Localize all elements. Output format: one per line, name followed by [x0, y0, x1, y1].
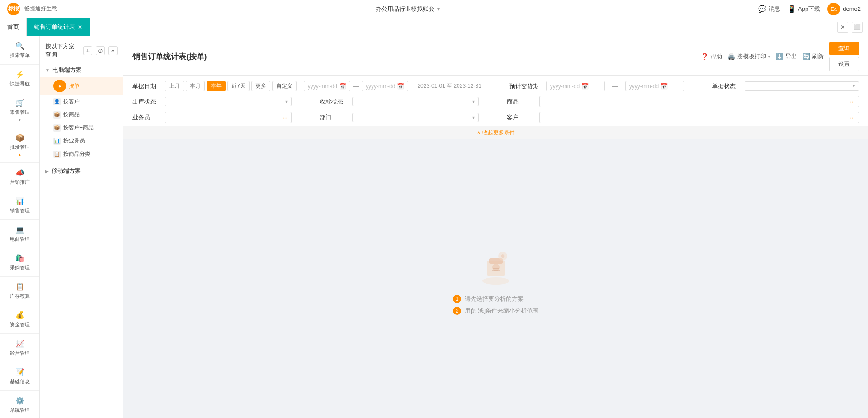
delivery-status-select[interactable]: ▾	[165, 97, 292, 106]
sidebar-label-basic-info: 基础信息	[10, 378, 30, 385]
print-icon: 🖨️	[727, 53, 735, 60]
settings-button[interactable]: 设置	[829, 57, 859, 71]
goods-input[interactable]: ···	[539, 96, 859, 107]
topbar-left: 标报 畅捷通好生意	[7, 3, 57, 15]
search-area: 单据日期 上月 本月 本年 近7天 更多 自定义 yyyy-mm-dd 📅	[123, 76, 868, 126]
sidebar-item-quick-nav[interactable]: ⚡ 快捷导航	[0, 65, 39, 93]
avatar: Ea	[827, 3, 840, 15]
search-button[interactable]: 查询	[829, 42, 859, 55]
app-name: 畅捷通好生意	[24, 5, 57, 13]
tab-close-icon[interactable]: ✕	[78, 24, 82, 30]
date-btn-this-year[interactable]: 本年	[207, 81, 226, 91]
calendar-delivery-to-icon: 📅	[660, 83, 668, 90]
scheme-by-salesperson[interactable]: 📊 按业务员	[40, 134, 123, 147]
expected-delivery-from[interactable]: yyyy-mm-dd 📅	[546, 81, 605, 91]
panel-settings-button[interactable]: ⊙	[96, 46, 105, 55]
page-title: 销售订单统计表(按单)	[132, 52, 207, 62]
logo-icon: 标报	[7, 3, 20, 15]
collection-status-select[interactable]: ▾	[352, 97, 479, 106]
app-download-button[interactable]: 📱 App下载	[788, 5, 820, 13]
pc-schemes-header[interactable]: ▼ 电脑端方案	[40, 63, 123, 77]
doc-status-select[interactable]: ▾	[745, 81, 859, 91]
sidebar-label-marketing: 营销推广	[10, 179, 30, 185]
message-icon: 💬	[758, 5, 767, 13]
tab-home[interactable]: 首页	[0, 18, 27, 36]
scheme-by-product-category[interactable]: 📋 按商品分类	[40, 147, 123, 161]
template-print-button[interactable]: 🖨️ 按模板打印 ▾	[727, 52, 770, 61]
date-btn-more[interactable]: 更多	[251, 81, 270, 91]
user-profile[interactable]: Ea demo2	[827, 3, 861, 15]
scheme-by-product[interactable]: 📦 按商品	[40, 108, 123, 121]
workspace-selector[interactable]: 办公用品行业模拟账套 ▾	[66, 5, 749, 13]
sidebar-item-finance[interactable]: 💰 资金管理	[0, 305, 39, 334]
by-customer-icon: 👤	[53, 98, 61, 105]
refresh-button[interactable]: 🔄 刷新	[802, 52, 824, 61]
quick-nav-icon: ⚡	[15, 70, 24, 79]
sidebar-item-wholesale-mgmt[interactable]: 📦 批发管理 ▲	[0, 128, 39, 163]
department-select[interactable]: ▾	[352, 113, 479, 122]
expected-delivery-to[interactable]: yyyy-mm-dd 📅	[625, 81, 684, 91]
export-button[interactable]: ⬇️ 导出	[776, 52, 797, 61]
mobile-section-arrow: ▶	[45, 169, 49, 174]
pc-section-arrow: ▼	[45, 68, 50, 73]
scheme-by-customer-product[interactable]: 📦 按客户+商品	[40, 121, 123, 134]
calendar-from-icon: 📅	[339, 83, 346, 90]
date-btn-this-month[interactable]: 本月	[186, 81, 205, 91]
scheme-by-order[interactable]: ● 按单	[40, 77, 123, 95]
collapse-icon: «	[111, 47, 115, 54]
sidebar-item-inventory[interactable]: 📋 库存核算	[0, 277, 39, 305]
refresh-icon: 🔄	[802, 53, 810, 60]
hint-text-2: 用[过滤]条件来缩小分析范围	[465, 307, 538, 315]
date-btn-custom[interactable]: 自定义	[272, 81, 297, 91]
department-label: 部门	[320, 114, 345, 122]
department-arrow: ▾	[472, 115, 475, 120]
template-print-arrow: ▾	[768, 54, 770, 59]
tab-maximize-button[interactable]: ⬜	[852, 22, 863, 33]
filter-row-1: 单据日期 上月 本月 本年 近7天 更多 自定义 yyyy-mm-dd 📅	[132, 81, 859, 91]
sidebar-item-search-menu[interactable]: 🔍 搜索菜单	[0, 36, 39, 65]
delivery-status-label: 出库状态	[132, 98, 158, 106]
panel-add-button[interactable]: +	[83, 46, 92, 55]
sidebar-item-marketing[interactable]: 📣 营销推广	[0, 163, 39, 191]
collection-status-arrow: ▾	[472, 99, 475, 104]
salesperson-input[interactable]: ···	[165, 112, 292, 123]
date-btn-last-7days[interactable]: 近7天	[227, 81, 250, 91]
main-layout: 🔍 搜索菜单 ⚡ 快捷导航 🛒 零售管理 ▼ 📦 批发管理 ▲ 📣 营销推广 📊…	[0, 36, 868, 418]
collapse-filter-button[interactable]: ∧ 收起更多条件	[123, 126, 868, 139]
customer-input[interactable]: ···	[539, 112, 859, 123]
hint-num-2: 2	[453, 307, 461, 315]
sidebar-item-basic-info[interactable]: 📝 基础信息	[0, 362, 39, 391]
scheme-by-customer[interactable]: 👤 按客户	[40, 95, 123, 108]
date-to-input[interactable]: yyyy-mm-dd 📅	[362, 81, 408, 91]
help-button[interactable]: ❓ 帮助	[701, 52, 722, 61]
mobile-schemes-header[interactable]: ▶ 移动端方案	[40, 164, 123, 178]
page-header: 销售订单统计表(按单) ❓ 帮助 🖨️ 按模板打印 ▾ ⬇️ 导出	[123, 36, 868, 76]
tab-close-all-button[interactable]: ✕	[837, 22, 848, 33]
sidebar-item-retail-mgmt[interactable]: 🛒 零售管理 ▼	[0, 93, 39, 128]
inventory-icon: 📋	[15, 282, 24, 291]
customer-dots-icon[interactable]: ···	[850, 114, 855, 121]
goods-dots-icon[interactable]: ···	[850, 98, 855, 105]
tab-sales-stat[interactable]: 销售订单统计表 ✕	[27, 18, 90, 36]
doc-status-label: 单据状态	[712, 82, 737, 90]
download-icon: 📱	[788, 5, 796, 13]
filter-row-2: 出库状态 ▾ 收款状态 ▾ 商品 ···	[132, 96, 859, 107]
date-from-input[interactable]: yyyy-mm-dd 📅	[304, 81, 350, 91]
goods-label: 商品	[507, 98, 532, 106]
main-panel: 销售订单统计表(按单) ❓ 帮助 🖨️ 按模板打印 ▾ ⬇️ 导出	[123, 36, 868, 418]
sidebar-item-system[interactable]: ⚙️ 系统管理	[0, 391, 39, 418]
sidebar-item-operations[interactable]: 📈 经营管理	[0, 334, 39, 362]
filter-row-3: 业务员 ··· 部门 ▾ 客户 ···	[132, 112, 859, 123]
sidebar-item-ecommerce[interactable]: 💻 电商管理	[0, 220, 39, 248]
salesperson-dots-icon[interactable]: ···	[283, 114, 288, 121]
date-btn-last-month[interactable]: 上月	[165, 81, 184, 91]
expected-delivery-label: 预计交货期	[509, 82, 539, 90]
message-button[interactable]: 💬 消息	[758, 5, 780, 13]
pc-schemes-label: 电脑端方案	[52, 66, 82, 74]
finance-icon: 💰	[15, 311, 24, 319]
sidebar-item-sales-mgmt[interactable]: 📊 销售管理	[0, 191, 39, 220]
date-divider: —	[353, 83, 359, 90]
empty-hint-1: 1 请先选择要分析的方案	[453, 295, 538, 303]
panel-collapse-button[interactable]: «	[108, 46, 118, 55]
sidebar-item-purchase[interactable]: 🛍️ 采购管理	[0, 248, 39, 277]
